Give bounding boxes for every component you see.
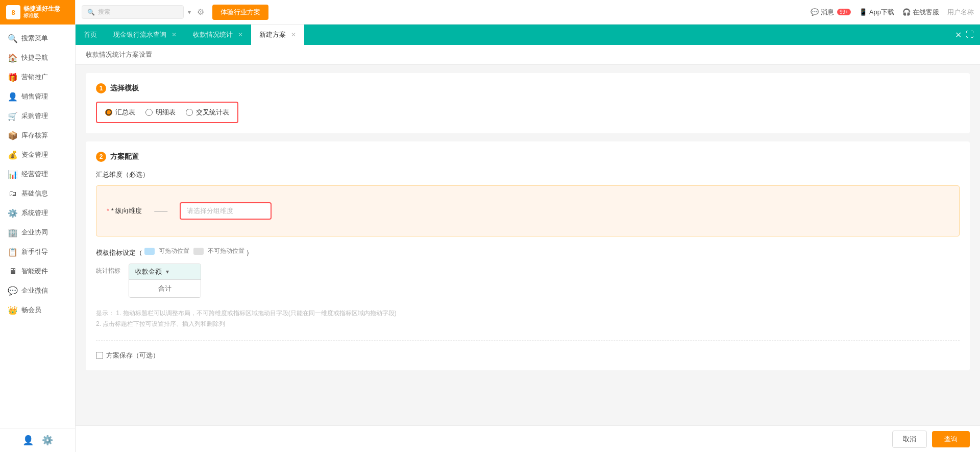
header: 🔍 搜索 ▾ ⚙ 体验行业方案 💬 消息 99+ 📱 App下载 🎧 在线客服 … [76, 0, 980, 25]
monitor-icon: 🖥 [8, 267, 17, 276]
headset-icon: 🎧 [902, 8, 911, 16]
stat-table-header[interactable]: 收款金额 ▾ [129, 264, 201, 280]
col-header-label: 收款金额 [135, 267, 162, 276]
sidebar-item-marketing[interactable]: 🎁 营销推广 [0, 67, 75, 87]
save-label: 方案保存（可选） [106, 351, 159, 360]
step1-section: 1 选择模板 汇总表 明细表 交叉统计表 [86, 73, 970, 133]
dropdown-arrow[interactable]: ▾ [188, 9, 191, 16]
guide-icon: 📋 [8, 247, 17, 256]
logo-name: 畅捷通好生意 [23, 5, 60, 12]
step1-num: 1 [96, 83, 106, 93]
sidebar-item-label: 资金管理 [21, 150, 48, 159]
crown-icon: 👑 [8, 305, 17, 315]
tab-new-plan[interactable]: 新建方案 ✕ [251, 25, 304, 45]
tab-close-icon[interactable]: ✕ [238, 31, 243, 38]
sidebar-item-label: 销售管理 [21, 92, 48, 101]
sidebar-item-inventory[interactable]: 📦 库存核算 [0, 126, 75, 145]
sidebar-item-label: 系统管理 [21, 208, 48, 218]
radio-summary[interactable]: 汇总表 [105, 108, 135, 117]
chart-icon: 📊 [8, 170, 17, 179]
header-right: 💬 消息 99+ 📱 App下载 🎧 在线客服 用户名称 [811, 8, 974, 17]
user-icon: 👤 [8, 92, 17, 101]
close-window-icon[interactable]: ✕ [955, 30, 962, 40]
stat-col-label: 统计指标 [96, 264, 120, 275]
sidebar-item-hardware[interactable]: 🖥 智能硬件 [0, 261, 75, 281]
indicator-settings: 模板指标设定（ 可拖动位置 不可拖动位置 ） 统计指标 [96, 247, 960, 330]
tab-cash-query[interactable]: 现金银行流水查询 ✕ [105, 25, 185, 45]
tab-label: 新建方案 [259, 30, 286, 39]
search-text: 搜索 [98, 8, 110, 16]
sidebar-item-wechat[interactable]: 💬 企业微信 [0, 281, 75, 300]
avatar-icon[interactable]: 👤 [22, 435, 34, 446]
cart-icon: 🛒 [8, 111, 17, 121]
building-icon: 🏢 [8, 228, 17, 237]
sidebar-item-system[interactable]: ⚙️ 系统管理 [0, 203, 75, 223]
service-btn[interactable]: 🎧 在线客服 [902, 8, 939, 17]
sidebar-item-operation[interactable]: 📊 经营管理 [0, 164, 75, 184]
hint-text: 提示： 1. 拖动标题栏可以调整布局，不可跨维度或指标区域拖动目字段(只能在同一… [96, 308, 960, 330]
sidebar-item-purchase[interactable]: 🛒 采购管理 [0, 106, 75, 126]
radio-detail[interactable]: 明细表 [145, 108, 176, 117]
required-star: * [107, 207, 109, 215]
radio-summary-input[interactable] [105, 109, 112, 116]
sidebar-item-label: 搜索菜单 [21, 34, 48, 43]
maximize-icon[interactable]: ⛶ [966, 30, 974, 39]
chevron-down-icon[interactable]: ▾ [166, 268, 169, 275]
sidebar-item-label: 快捷导航 [21, 53, 48, 62]
dimension-block: 汇总维度（必选） * * 纵向维度 —— 请选择分组维度 [96, 170, 960, 236]
gift-icon: 🎁 [8, 73, 17, 82]
radio-detail-input[interactable] [145, 109, 153, 116]
query-button[interactable]: 查询 [932, 431, 970, 447]
radio-cross[interactable]: 交叉统计表 [186, 108, 229, 117]
sidebar-item-label: 企业协同 [21, 228, 48, 237]
sidebar-bottom: 👤 ⚙️ [0, 428, 75, 452]
tab-close-icon[interactable]: ✕ [172, 31, 177, 38]
save-checkbox[interactable] [96, 352, 103, 359]
tabs-controls: ✕ ⛶ [955, 30, 980, 40]
hint-line-1: 提示： 1. 拖动标题栏可以调整布局，不可跨维度或指标区域拖动目字段(只能在同一… [96, 308, 960, 319]
step2-num: 2 [96, 152, 106, 162]
trial-btn[interactable]: 体验行业方案 [212, 5, 268, 20]
radio-cross-label: 交叉统计表 [196, 108, 229, 117]
sidebar-item-funds[interactable]: 💰 资金管理 [0, 145, 75, 164]
settings-icon[interactable]: ⚙️ [42, 435, 53, 446]
indicator-table-area: 统计指标 收款金额 ▾ 合计 [96, 264, 960, 298]
sidebar-item-member[interactable]: 👑 畅会员 [0, 300, 75, 320]
tab-close-icon[interactable]: ✕ [291, 31, 296, 38]
dimension-select[interactable]: 请选择分组维度 [180, 202, 272, 220]
download-btn[interactable]: 📱 App下载 [859, 8, 894, 17]
sidebar: 8 畅捷通好生意 标准版 🔍 搜索菜单 🏠 快捷导航 🎁 营销推广 👤 销售管理… [0, 0, 76, 452]
footer: 取消 查询 [76, 425, 980, 452]
settings-gear-icon[interactable]: ⚙ [197, 7, 204, 17]
sidebar-item-basic-info[interactable]: 🗂 基础信息 [0, 184, 75, 203]
sidebar-logo: 8 畅捷通好生意 标准版 [0, 0, 75, 25]
arrow-icon: —— [154, 207, 167, 215]
sidebar-item-label: 企业微信 [21, 286, 48, 295]
tab-receipt-stat[interactable]: 收款情况统计 ✕ [185, 25, 251, 45]
header-search[interactable]: 🔍 搜索 [82, 5, 184, 19]
home-icon: 🏠 [8, 53, 17, 62]
sidebar-item-guide[interactable]: 📋 新手引导 [0, 242, 75, 261]
fixed-legend-box [193, 248, 204, 255]
tab-home[interactable]: 首页 [76, 25, 105, 45]
gear-icon: ⚙️ [8, 208, 17, 218]
sidebar-item-label: 基础信息 [21, 189, 48, 198]
sidebar-item-search[interactable]: 🔍 搜索菜单 [0, 29, 75, 48]
row-dim-label: * * 纵向维度 [107, 206, 142, 216]
sidebar-item-label: 库存核算 [21, 131, 48, 140]
step1-label: 1 选择模板 [96, 83, 960, 93]
download-icon: 📱 [859, 8, 867, 16]
message-badge: 99+ [837, 9, 851, 15]
sidebar-item-sales[interactable]: 👤 销售管理 [0, 87, 75, 106]
message-btn[interactable]: 💬 消息 99+ [811, 8, 851, 17]
radio-cross-input[interactable] [186, 109, 193, 116]
step2-section: 2 方案配置 汇总维度（必选） * * 纵向维度 —— 请选择分组维度 [86, 141, 970, 370]
sidebar-item-quick-nav[interactable]: 🏠 快捷导航 [0, 48, 75, 67]
cancel-button[interactable]: 取消 [892, 431, 927, 448]
sidebar-item-enterprise[interactable]: 🏢 企业协同 [0, 223, 75, 242]
sidebar-nav: 🔍 搜索菜单 🏠 快捷导航 🎁 营销推广 👤 销售管理 🛒 采购管理 📦 库存核… [0, 25, 75, 428]
save-option[interactable]: 方案保存（可选） [96, 351, 960, 360]
tab-label: 收款情况统计 [193, 30, 233, 39]
box-icon: 📦 [8, 131, 17, 140]
wechat-icon: 💬 [8, 286, 17, 295]
